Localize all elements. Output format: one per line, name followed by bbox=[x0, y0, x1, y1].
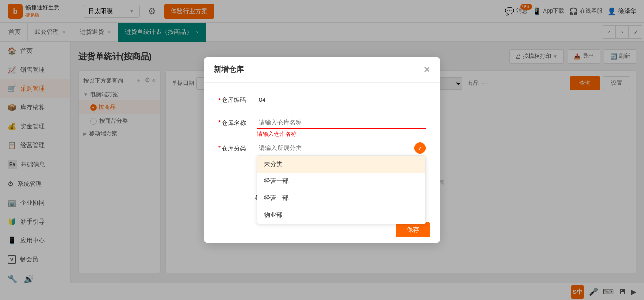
save-button[interactable]: 保存 bbox=[396, 222, 430, 237]
dropdown-item-dept1[interactable]: 经营一部 bbox=[257, 173, 425, 190]
warehouse-name-field: * 仓库名称 请输入仓库名称 bbox=[218, 117, 426, 138]
new-warehouse-modal: 新增仓库 ✕ * 仓库编码 * 仓库名称 请输入仓库名称 * bbox=[204, 57, 440, 243]
name-label: 仓库名称 bbox=[222, 117, 257, 127]
category-arrow-button[interactable]: ∧ bbox=[414, 142, 426, 154]
category-label: 仓库分类 bbox=[222, 142, 257, 153]
warehouse-name-input[interactable] bbox=[257, 117, 426, 129]
modal-body: * 仓库编码 * 仓库名称 请输入仓库名称 * 仓库分类 bbox=[204, 83, 440, 217]
category-input[interactable] bbox=[257, 142, 414, 154]
category-dropdown: 未分类 经营一部 经营二部 物业部 bbox=[257, 155, 426, 224]
code-required-star: * bbox=[218, 97, 221, 104]
modal-close-button[interactable]: ✕ bbox=[423, 66, 430, 74]
modal-header: 新增仓库 ✕ bbox=[204, 57, 440, 83]
dropdown-item-dept2[interactable]: 经营二部 bbox=[257, 190, 425, 207]
category-required-star: * bbox=[218, 142, 221, 151]
warehouse-category-field: * 仓库分类 ∧ 未分类 经营一部 经营二部 物业部 bbox=[218, 142, 426, 154]
name-required-star: * bbox=[218, 117, 221, 126]
warehouse-code-field: * 仓库编码 bbox=[218, 94, 426, 106]
code-label: 仓库编码 bbox=[222, 96, 257, 104]
modal-overlay: 新增仓库 ✕ * 仓库编码 * 仓库名称 请输入仓库名称 * bbox=[0, 0, 644, 300]
dropdown-item-property[interactable]: 物业部 bbox=[257, 207, 425, 224]
warehouse-code-input[interactable] bbox=[257, 94, 426, 106]
modal-title: 新增仓库 bbox=[214, 65, 244, 75]
name-error-msg: 请输入仓库名称 bbox=[257, 130, 426, 138]
dropdown-item-unclassified[interactable]: 未分类 bbox=[257, 156, 425, 173]
